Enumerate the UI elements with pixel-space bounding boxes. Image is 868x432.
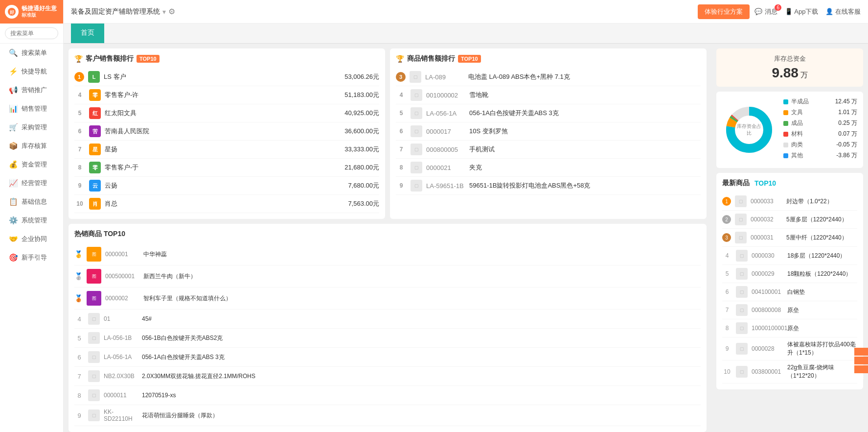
product-name: 5厘多层（1220*2440） [786, 216, 857, 224]
sidebar-item-purchase[interactable]: 🛒 采购管理 [0, 118, 63, 137]
legend-item: 成品 0.25 万 [783, 119, 857, 127]
tab-home[interactable]: 首页 [71, 24, 104, 43]
sidebar-item-marketing[interactable]: 📢 营销推广 [0, 81, 63, 99]
sidebar-item-guide[interactable]: 🎯 新手引导 [0, 248, 63, 267]
rank-num-7: 7 [74, 146, 85, 153]
stock-total-panel: 库存总资金 9.88 万 [716, 48, 863, 87]
notification-btn[interactable]: 💬 6 消息 [754, 7, 778, 16]
settings-icon[interactable]: ⚙ [168, 7, 175, 16]
sidebar-search-container [0, 24, 63, 44]
legend-value: 0.07 万 [838, 130, 857, 138]
avatar: 星 [89, 144, 101, 155]
list-item: 8 ▢ 10000100001 原垒 [722, 319, 857, 337]
sidebar-item-base[interactable]: 📋 基础信息 [0, 192, 63, 211]
product-thumb: ▢ [736, 268, 748, 280]
product-thumb: ▢ [88, 389, 100, 401]
customer-name: 肖总 [105, 199, 344, 208]
customer-rank-badge: TOP10 [137, 55, 160, 63]
dropdown-icon[interactable]: ▾ [162, 8, 166, 16]
float-btn-service[interactable]: 客服热线 [854, 348, 868, 356]
sidebar-label-guide: 新手引导 [22, 253, 47, 262]
rank-num-9: 9 [74, 182, 85, 189]
rank-num: 5 [722, 270, 732, 277]
customer-amount: 33,333.00元 [344, 145, 379, 154]
product-code: LA-59651-1B [426, 182, 465, 190]
legend-name: 文具 [791, 108, 835, 117]
product-thumb: ▢ [88, 351, 100, 363]
service-icon: 👤 [825, 8, 833, 15]
collab-icon: 🤝 [9, 235, 18, 243]
float-btn-community[interactable]: 服务社区 [854, 357, 868, 364]
product-code: 000800008 [752, 307, 783, 313]
list-item: 6 ▢ 004100001 白钢垫 [722, 283, 857, 301]
product-name: 12070519-xs [142, 392, 701, 399]
list-item: 🥈 图 000500001 新西兰牛肉（新牛） [74, 265, 701, 288]
list-item: 9 ▢ KK-SD22110H 花语萌恒温分腿睡袋（厚款） [74, 405, 701, 426]
newest-products-title: 最新商品 TOP10 [722, 179, 857, 188]
product-name: 056-1B白色按键开关壳ABS2克 [142, 334, 701, 342]
rank-num: 9 [722, 345, 732, 352]
table-row: 3 ▢ LA-089 电池盖 LA-089 ABS本色+黑种 7.1克 [396, 68, 701, 86]
product-img-2: 图 [87, 269, 101, 284]
legend-name: 成品 [791, 119, 835, 127]
customer-amount: 51,183.00元 [344, 91, 379, 99]
rank-panels: 🏆 客户销售额排行 TOP10 1 L LS 客户 53,006.26元 4 [69, 48, 707, 219]
stock-total-label: 库存总资金 [724, 54, 856, 63]
product-thumb: ▢ [88, 313, 100, 325]
product-img-3: 图 [87, 291, 101, 306]
finance-icon: 💰 [9, 160, 18, 169]
legend-name: 肉类 [791, 141, 833, 149]
customer-rank-title: 🏆 客户销售额排行 TOP10 [74, 54, 379, 63]
sidebar-item-collab[interactable]: 🤝 企业协同 [0, 230, 63, 248]
sidebar-item-operation[interactable]: 📈 经营管理 [0, 174, 63, 192]
legend-value: -0.05 万 [836, 141, 857, 149]
try-btn[interactable]: 体验行业方案 [698, 4, 750, 19]
search-input[interactable] [5, 27, 58, 39]
table-row: 8 ▢ 0000021 夹克 [396, 159, 701, 177]
legend-item: 半成品 12.45 万 [783, 97, 857, 106]
legend-color [783, 121, 788, 126]
product-name: 手机测试 [469, 145, 701, 154]
product-name: 原垒 [787, 324, 857, 333]
legend-item: 材料 0.07 万 [783, 130, 857, 138]
sidebar-item-shortcut[interactable]: ⚡ 快捷导航 [0, 62, 63, 81]
sidebar-item-sales[interactable]: 📊 销售管理 [0, 99, 63, 118]
sidebar-item-stock[interactable]: 📦 库存核算 [0, 137, 63, 155]
sidebar-item-system[interactable]: ⚙️ 系统管理 [0, 211, 63, 230]
sidebar-item-finance[interactable]: 💰 资金管理 [0, 155, 63, 174]
topbar-icons: 💬 6 消息 📱 App下载 👤 在线客服 [754, 7, 861, 16]
product-name: 花语萌恒温分腿睡袋（厚款） [142, 411, 701, 420]
product-name: 夹克 [469, 163, 701, 172]
list-item: 7 ▢ NB2.0X30B 2.0X30MM双搓花轴.搓花直径2.1MM/ROH… [74, 367, 701, 386]
customer-amount: 36,600.00元 [344, 127, 379, 136]
product-rank-badge: TOP10 [458, 55, 481, 63]
sidebar-item-search[interactable]: 🔍 搜索菜单 [0, 44, 63, 62]
rank-num-8: 8 [74, 164, 85, 171]
system-title-text: 装备及固定资产辅助管理系统 [71, 7, 160, 16]
list-item: 5 ▢ 0000029 18颗粒板（1220*2440） [722, 265, 857, 283]
rank-num-6: 6 [396, 128, 407, 135]
product-code: 10000100001 [752, 325, 783, 332]
avatar: 肖 [89, 198, 101, 210]
list-item: 4 ▢ 01 45# [74, 310, 701, 329]
sidebar-label-finance: 资金管理 [22, 160, 47, 169]
table-row: 7 ▢ 000800005 手机测试 [396, 141, 701, 159]
product-thumb: ▢ [736, 343, 748, 355]
product-thumb: ▢ [411, 89, 422, 101]
legend-name: 半成品 [791, 97, 832, 106]
newest-top-badge: TOP10 [754, 179, 776, 187]
avatar: 零 [89, 162, 101, 173]
rank-num-5: 5 [396, 110, 407, 117]
product-code: 000500001 [105, 273, 139, 280]
product-code: KK-SD22110H [104, 408, 138, 422]
online-service-btn[interactable]: 👤 在线客服 [825, 7, 861, 16]
stock-chart-panel: 库存资金占比 半成品 12.45 万 文具 1.01 万 [716, 92, 863, 168]
marketing-icon: 📢 [9, 86, 18, 95]
customer-name: 云扬 [105, 181, 344, 190]
legend-color [783, 110, 788, 115]
product-thumb: ▢ [736, 286, 748, 298]
float-btn-live[interactable]: 直播 [854, 365, 868, 373]
app-download-btn[interactable]: 📱 App下载 [785, 7, 818, 16]
rank-num: 5 [74, 335, 84, 342]
table-row: 6 苦 苦南县人民医院 36,600.00元 [74, 122, 379, 141]
